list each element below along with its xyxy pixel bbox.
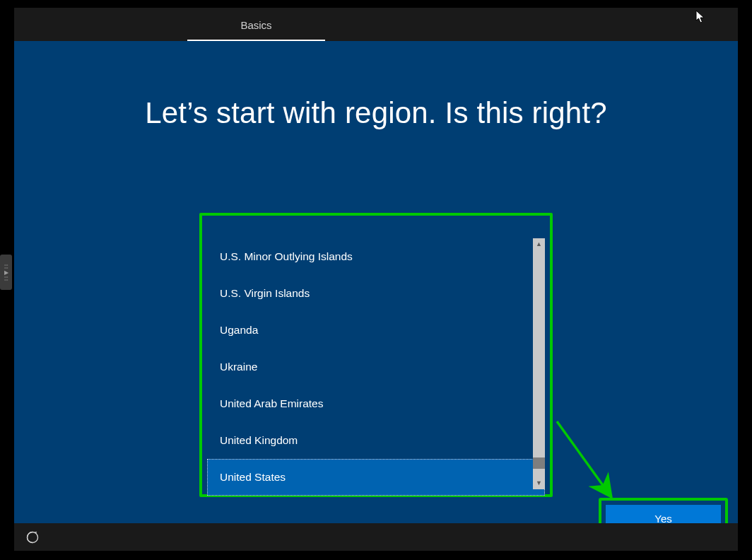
scroll-thumb[interactable]	[533, 457, 545, 469]
scroll-up-button[interactable]: ▲	[533, 238, 545, 250]
side-handle[interactable]: ┅┅ ▶ ┅┅	[0, 255, 12, 290]
scrollbar[interactable]: ▲ ▼	[533, 238, 545, 489]
page-title: Let’s start with region. Is this right?	[14, 96, 738, 130]
tab-basics[interactable]: Basics	[187, 8, 325, 41]
drag-dots-icon: ┅┅	[4, 276, 8, 281]
region-option[interactable]: Ukraine	[207, 349, 545, 385]
bottom-bar	[14, 523, 738, 551]
ease-of-access-icon[interactable]	[25, 530, 40, 544]
oobe-window: Basics Let’s start with region. Is this …	[14, 8, 738, 551]
main-pane: Let’s start with region. Is this right? …	[14, 41, 738, 523]
region-option[interactable]: United Kingdom	[207, 422, 545, 459]
region-list-highlight: U.S. Minor Outlying IslandsU.S. Virgin I…	[199, 213, 553, 497]
region-option[interactable]: U.S. Minor Outlying Islands	[207, 238, 545, 275]
region-option[interactable]: United States	[207, 459, 545, 496]
region-list[interactable]: U.S. Minor Outlying IslandsU.S. Virgin I…	[207, 238, 545, 489]
region-option[interactable]: United Arab Emirates	[207, 385, 545, 422]
drag-dots-icon: ┅┅	[4, 264, 8, 269]
region-option[interactable]: Uganda	[207, 312, 545, 349]
region-option[interactable]: U.S. Virgin Islands	[207, 275, 545, 312]
top-bar: Basics	[14, 8, 738, 41]
scroll-down-button[interactable]: ▼	[533, 477, 545, 489]
svg-line-0	[557, 421, 611, 497]
